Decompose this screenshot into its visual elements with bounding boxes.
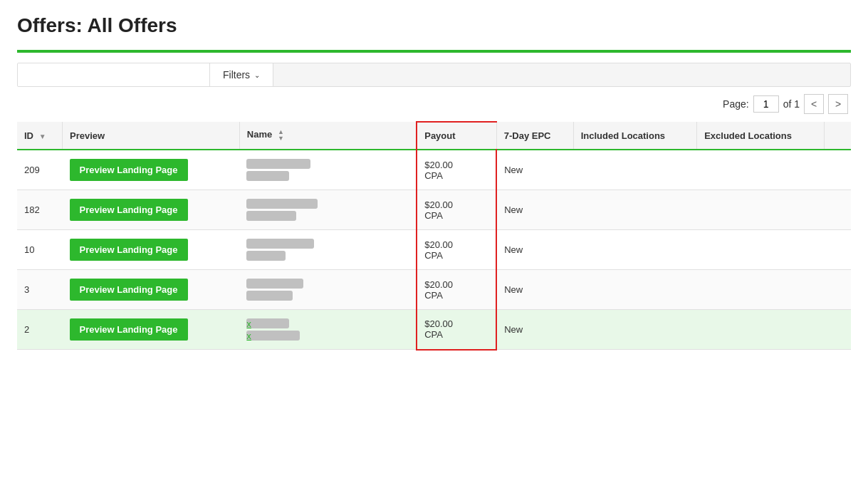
filters-button[interactable]: Filters ⌄ bbox=[210, 63, 273, 86]
search-input[interactable] bbox=[18, 63, 210, 86]
filters-label: Filters bbox=[223, 69, 250, 81]
cell-included bbox=[573, 190, 697, 230]
cell-extra bbox=[825, 190, 851, 230]
prev-page-button[interactable]: < bbox=[804, 94, 824, 114]
preview-landing-page-button[interactable]: Preview Landing Page bbox=[70, 199, 188, 221]
page-label: Page: bbox=[723, 98, 749, 110]
chevron-right-icon: > bbox=[835, 98, 841, 110]
cell-excluded bbox=[697, 270, 825, 310]
cell-excluded bbox=[697, 310, 825, 350]
cell-id: 2 bbox=[17, 310, 63, 350]
cell-epc: New bbox=[496, 230, 573, 270]
cell-epc: New bbox=[496, 270, 573, 310]
cell-excluded bbox=[697, 190, 825, 230]
table-row: 182Preview Landing Pagexx$20.00CPANew bbox=[17, 190, 851, 230]
cell-extra bbox=[825, 150, 851, 190]
offers-table: ID ▼ Preview Name ▲ ▼ Payout 7-Day EPC I… bbox=[17, 121, 851, 351]
table-row: 10Preview Landing Pagexx$20.00CPANew bbox=[17, 230, 851, 270]
col-header-payout: Payout bbox=[417, 122, 496, 150]
cell-epc: New bbox=[496, 310, 573, 350]
preview-landing-page-button[interactable]: Preview Landing Page bbox=[70, 239, 188, 261]
cell-name: xx bbox=[239, 150, 417, 190]
cell-payout: $20.00CPA bbox=[417, 190, 496, 230]
cell-payout: $20.00CPA bbox=[417, 230, 496, 270]
cell-included bbox=[573, 310, 697, 350]
cell-preview: Preview Landing Page bbox=[63, 190, 240, 230]
col-header-excluded: Excluded Locations bbox=[697, 122, 825, 150]
next-page-button[interactable]: > bbox=[828, 94, 848, 114]
table-row: 3Preview Landing Pagexx$20.00CPANew bbox=[17, 270, 851, 310]
cell-id: 209 bbox=[17, 150, 63, 190]
pagination-row: Page: 1 of 1 < > bbox=[17, 94, 851, 114]
preview-landing-page-button[interactable]: Preview Landing Page bbox=[70, 279, 188, 301]
page-total: of 1 bbox=[783, 98, 800, 110]
cell-preview: Preview Landing Page bbox=[63, 310, 240, 350]
cell-preview: Preview Landing Page bbox=[63, 230, 240, 270]
cell-preview: Preview Landing Page bbox=[63, 270, 240, 310]
table-row: 209Preview Landing Pagexx$20.00CPANew bbox=[17, 150, 851, 190]
cell-excluded bbox=[697, 150, 825, 190]
cell-payout: $20.00CPA bbox=[417, 150, 496, 190]
sort-arrows-icon: ▲ ▼ bbox=[278, 129, 284, 142]
cell-extra bbox=[825, 310, 851, 350]
col-header-preview: Preview bbox=[63, 122, 240, 150]
cell-included bbox=[573, 230, 697, 270]
col-header-epc: 7-Day EPC bbox=[496, 122, 573, 150]
chevron-left-icon: < bbox=[811, 98, 817, 110]
cell-name: xx bbox=[239, 190, 417, 230]
table-row: 2Preview Landing Pagexx$20.00CPANew bbox=[17, 310, 851, 350]
cell-extra bbox=[825, 230, 851, 270]
cell-name: xx bbox=[239, 230, 417, 270]
cell-id: 3 bbox=[17, 270, 63, 310]
preview-landing-page-button[interactable]: Preview Landing Page bbox=[70, 159, 188, 181]
col-header-included: Included Locations bbox=[573, 122, 697, 150]
cell-preview: Preview Landing Page bbox=[63, 150, 240, 190]
cell-extra bbox=[825, 270, 851, 310]
page-wrapper: Offers: All Offers Filters ⌄ Page: 1 of … bbox=[0, 0, 868, 493]
col-header-name: Name ▲ ▼ bbox=[239, 122, 417, 150]
cell-included bbox=[573, 270, 697, 310]
cell-id: 10 bbox=[17, 230, 63, 270]
cell-excluded bbox=[697, 230, 825, 270]
toolbar: Filters ⌄ bbox=[17, 63, 851, 87]
chevron-down-icon: ⌄ bbox=[254, 71, 260, 79]
green-divider bbox=[17, 50, 851, 53]
col-header-extra bbox=[825, 122, 851, 150]
sort-down-icon: ▼ bbox=[39, 133, 46, 140]
cell-name: xx bbox=[239, 270, 417, 310]
preview-landing-page-button[interactable]: Preview Landing Page bbox=[70, 318, 188, 341]
cell-name: xx bbox=[239, 310, 417, 350]
table-body: 209Preview Landing Pagexx$20.00CPANew182… bbox=[17, 150, 851, 350]
cell-epc: New bbox=[496, 190, 573, 230]
cell-id: 182 bbox=[17, 190, 63, 230]
cell-payout: $20.00CPA bbox=[417, 270, 496, 310]
cell-payout: $20.00CPA bbox=[417, 310, 496, 350]
col-header-id: ID ▼ bbox=[17, 122, 63, 150]
page-title: Offers: All Offers bbox=[17, 14, 851, 37]
table-header-row: ID ▼ Preview Name ▲ ▼ Payout 7-Day EPC I… bbox=[17, 122, 851, 150]
cell-epc: New bbox=[496, 150, 573, 190]
page-number-input[interactable]: 1 bbox=[753, 95, 779, 113]
cell-included bbox=[573, 150, 697, 190]
